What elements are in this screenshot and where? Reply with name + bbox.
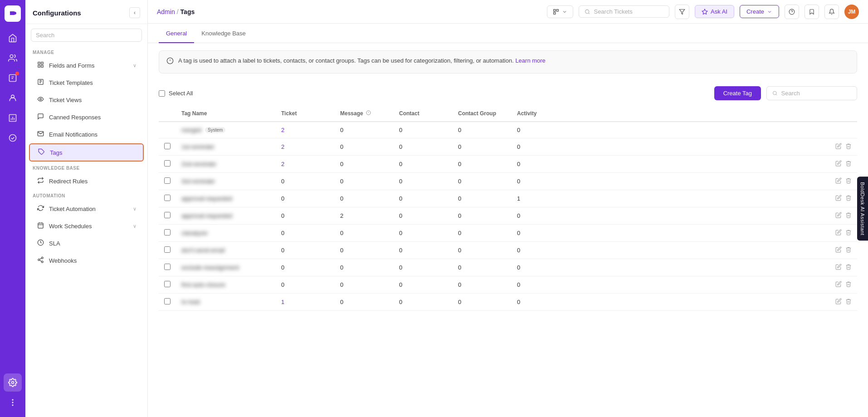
delete-icon[interactable] [845,195,852,202]
app-logo[interactable] [5,5,21,22]
sidebar-item-redirect-rules[interactable]: Redirect Rules [29,173,144,189]
create-tag-button[interactable]: Create Tag [714,86,761,100]
nav-tickets[interactable] [4,69,22,87]
col-message: Message [335,106,394,122]
learn-more-link[interactable]: Learn more [515,57,545,64]
sidebar-item-email-notifications[interactable]: Email Notifications [29,126,144,142]
tags-table-wrapper: Tag Name Ticket Message Contact [148,106,868,322]
edit-icon[interactable] [835,212,842,220]
ticket-count[interactable]: 2 [276,122,335,138]
activity-count: 0 [512,122,571,138]
edit-icon[interactable] [835,160,842,168]
sidebar-item-sla[interactable]: SLA [29,235,144,251]
row-checkbox[interactable] [164,195,171,201]
table-row: 2nd-reminder20000 [159,156,857,173]
table-row: don't-send-email00000 [159,242,857,259]
system-badge: System [205,127,225,133]
tag-name-text: 2nd-reminder [181,161,216,167]
nav-reports[interactable] [4,109,22,127]
select-all-label[interactable]: Select All [159,90,193,97]
delete-icon[interactable] [845,212,852,220]
global-search-input[interactable] [594,8,663,15]
sidebar-item-ticket-templates[interactable]: Ticket Templates [29,74,144,91]
svg-point-10 [12,405,13,406]
table-row: 1st-reminder20000 [159,138,857,156]
svg-rect-13 [38,65,39,67]
ticket-count[interactable]: 2 [276,156,335,173]
tab-general[interactable]: General [159,24,194,43]
ticket-link[interactable]: 1 [281,299,284,305]
edit-icon[interactable] [835,195,842,202]
row-checkbox[interactable] [164,212,171,218]
delete-icon[interactable] [845,160,852,168]
sidebar-item-work-schedules[interactable]: Work Schedules ∨ [29,218,144,234]
edit-icon[interactable] [835,229,842,237]
icon-bar [0,0,25,417]
svg-point-23 [41,257,43,259]
delete-icon[interactable] [845,246,852,254]
breadcrumb: Admin/Tags [157,8,195,15]
activity-count: 0 [512,173,571,190]
ticket-count[interactable]: 2 [276,138,335,156]
sidebar-item-tags[interactable]: Tags [29,143,144,162]
delete-icon[interactable] [845,229,852,237]
tag-name-text: exclude-reassignment [181,264,239,271]
breadcrumb-admin[interactable]: Admin [157,8,175,15]
delete-icon[interactable] [845,264,852,271]
sidebar-section-manage: MANAGE [25,46,147,57]
edit-icon[interactable] [835,246,842,254]
ticket-link[interactable]: 2 [281,143,284,150]
delete-icon[interactable] [845,298,852,306]
edit-icon[interactable] [835,281,842,289]
edit-icon[interactable] [835,264,842,271]
inbox-filter-dropdown[interactable] [547,5,573,18]
create-button[interactable]: Create [740,5,779,18]
tags-search-box[interactable] [766,86,857,100]
canned-responses-icon [36,113,44,121]
notifications-icon-button[interactable] [824,5,839,19]
row-checkbox[interactable] [164,298,171,304]
tags-search-input[interactable] [781,90,851,97]
global-search-box[interactable] [579,5,669,18]
sidebar-item-ticket-views[interactable]: Ticket Views [29,92,144,108]
ai-assistant-tab[interactable]: BoldDesk AI Assistant [857,177,868,241]
row-checkbox[interactable] [164,177,171,184]
ticket-link[interactable]: 2 [281,161,284,167]
sidebar-item-webhooks[interactable]: Webhooks [29,252,144,269]
filter-icon-button[interactable] [675,5,689,19]
row-checkbox[interactable] [164,143,171,149]
user-avatar[interactable]: JM [844,5,859,19]
nav-more[interactable] [4,393,22,412]
row-checkbox[interactable] [164,160,171,167]
row-checkbox[interactable] [164,229,171,235]
ticket-count[interactable]: 1 [276,294,335,311]
sidebar-item-fields-forms[interactable]: Fields and Forms ∨ [29,57,144,74]
sidebar-collapse-button[interactable]: ‹ [129,7,140,18]
row-checkbox[interactable] [164,281,171,287]
tab-knowledge-base[interactable]: Knowledge Base [194,24,253,43]
nav-contacts[interactable] [4,49,22,67]
delete-icon[interactable] [845,143,852,151]
bookmark-icon-button[interactable] [805,5,819,19]
help-icon-button[interactable] [785,5,799,19]
edit-icon[interactable] [835,177,842,185]
ticket-count: 0 [276,276,335,294]
svg-rect-18 [38,223,43,228]
sidebar-search-input[interactable] [31,29,142,42]
sidebar-item-canned-responses[interactable]: Canned Responses [29,109,144,125]
edit-icon[interactable] [835,143,842,151]
sidebar-item-ticket-automation[interactable]: Ticket Automation ∨ [29,201,144,217]
delete-icon[interactable] [845,281,852,289]
row-checkbox[interactable] [164,264,171,270]
delete-icon[interactable] [845,177,852,185]
nav-home[interactable] [4,29,22,47]
nav-settings[interactable] [4,373,22,392]
row-checkbox[interactable] [164,246,171,253]
ticket-link[interactable]: 2 [281,127,284,133]
edit-icon[interactable] [835,298,842,306]
nav-tasks[interactable] [4,129,22,147]
nav-person[interactable] [4,89,22,107]
ask-ai-button[interactable]: Ask AI [695,5,734,18]
select-all-checkbox[interactable] [159,90,165,97]
create-label: Create [746,8,764,15]
